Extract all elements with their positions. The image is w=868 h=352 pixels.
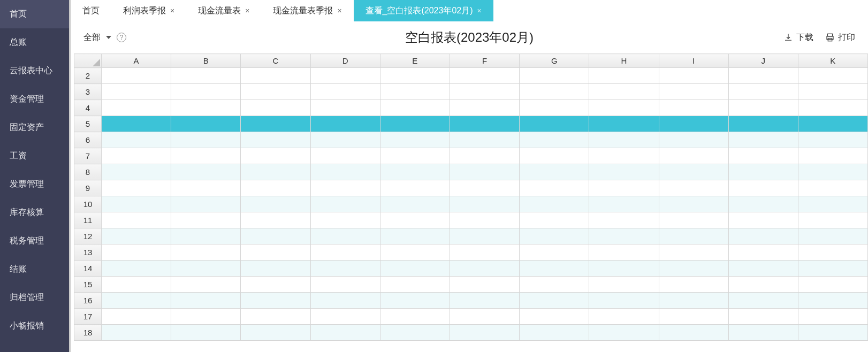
row-header-15[interactable]: 15 — [74, 277, 102, 293]
cell-B16[interactable] — [171, 293, 241, 309]
cell-I18[interactable] — [659, 325, 728, 341]
row-header-17[interactable]: 17 — [74, 309, 102, 325]
cell-F10[interactable] — [450, 196, 519, 212]
filter-dropdown[interactable]: 全部 ? — [83, 32, 126, 43]
cell-H6[interactable] — [589, 132, 659, 148]
cell-B5[interactable] — [171, 116, 241, 132]
cell-J17[interactable] — [728, 309, 798, 325]
cell-A14[interactable] — [101, 261, 171, 277]
row-header-12[interactable]: 12 — [74, 228, 102, 244]
cell-A13[interactable] — [101, 244, 171, 261]
cell-H5[interactable] — [589, 116, 659, 132]
cell-D16[interactable] — [310, 293, 380, 309]
cell-H12[interactable] — [589, 228, 659, 244]
cell-B14[interactable] — [171, 261, 241, 277]
cell-C16[interactable] — [241, 293, 310, 309]
cell-D6[interactable] — [310, 132, 380, 148]
cell-A15[interactable] — [101, 277, 171, 293]
cell-H4[interactable] — [589, 100, 659, 116]
cell-K2[interactable] — [798, 68, 867, 84]
cell-K11[interactable] — [798, 212, 867, 228]
cell-F9[interactable] — [450, 180, 519, 196]
cell-E18[interactable] — [380, 325, 450, 341]
cell-C7[interactable] — [241, 148, 310, 164]
cell-E2[interactable] — [380, 68, 450, 84]
sidebar-item-2[interactable]: 云报表中心 — [0, 57, 69, 85]
cell-K8[interactable] — [798, 164, 867, 180]
cell-K18[interactable] — [798, 325, 867, 341]
sidebar-item-5[interactable]: 工资 — [0, 142, 69, 170]
cell-B4[interactable] — [171, 100, 241, 116]
cell-B2[interactable] — [171, 68, 241, 84]
cell-D14[interactable] — [310, 261, 380, 277]
cell-E3[interactable] — [380, 84, 450, 100]
cell-F17[interactable] — [450, 309, 519, 325]
cell-K3[interactable] — [798, 84, 867, 100]
row-header-9[interactable]: 9 — [74, 180, 102, 196]
cell-J13[interactable] — [728, 244, 798, 261]
cell-E8[interactable] — [380, 164, 450, 180]
cell-F11[interactable] — [450, 212, 519, 228]
cell-B6[interactable] — [171, 132, 241, 148]
cell-F8[interactable] — [450, 164, 519, 180]
row-header-3[interactable]: 3 — [74, 84, 102, 100]
cell-J3[interactable] — [728, 84, 798, 100]
cell-A4[interactable] — [101, 100, 171, 116]
cell-D12[interactable] — [310, 228, 380, 244]
cell-G11[interactable] — [520, 212, 589, 228]
cell-G3[interactable] — [520, 84, 589, 100]
cell-H8[interactable] — [589, 164, 659, 180]
cell-I3[interactable] — [659, 84, 728, 100]
column-header-K[interactable]: K — [798, 54, 867, 68]
cell-J16[interactable] — [728, 293, 798, 309]
cell-K7[interactable] — [798, 148, 867, 164]
select-all-corner[interactable] — [74, 54, 102, 68]
cell-B11[interactable] — [171, 212, 241, 228]
cell-B10[interactable] — [171, 196, 241, 212]
row-header-8[interactable]: 8 — [74, 164, 102, 180]
cell-A3[interactable] — [101, 84, 171, 100]
cell-D13[interactable] — [310, 244, 380, 261]
cell-D11[interactable] — [310, 212, 380, 228]
cell-I9[interactable] — [659, 180, 728, 196]
cell-H13[interactable] — [589, 244, 659, 261]
row-header-2[interactable]: 2 — [74, 68, 102, 84]
tab-2[interactable]: 现金流量表× — [186, 0, 261, 21]
cell-E14[interactable] — [380, 261, 450, 277]
cell-K4[interactable] — [798, 100, 867, 116]
row-header-16[interactable]: 16 — [74, 293, 102, 309]
cell-J6[interactable] — [728, 132, 798, 148]
cell-F13[interactable] — [450, 244, 519, 261]
cell-J18[interactable] — [728, 325, 798, 341]
cell-F12[interactable] — [450, 228, 519, 244]
cell-B17[interactable] — [171, 309, 241, 325]
cell-E11[interactable] — [380, 212, 450, 228]
column-header-G[interactable]: G — [520, 54, 589, 68]
cell-C3[interactable] — [241, 84, 310, 100]
cell-K14[interactable] — [798, 261, 867, 277]
cell-E15[interactable] — [380, 277, 450, 293]
column-header-C[interactable]: C — [241, 54, 310, 68]
cell-D17[interactable] — [310, 309, 380, 325]
cell-D15[interactable] — [310, 277, 380, 293]
close-icon[interactable]: × — [170, 6, 174, 15]
cell-H3[interactable] — [589, 84, 659, 100]
column-header-H[interactable]: H — [589, 54, 659, 68]
cell-J4[interactable] — [728, 100, 798, 116]
cell-C17[interactable] — [241, 309, 310, 325]
cell-F4[interactable] — [450, 100, 519, 116]
cell-B12[interactable] — [171, 228, 241, 244]
cell-G16[interactable] — [520, 293, 589, 309]
cell-C9[interactable] — [241, 180, 310, 196]
cell-J11[interactable] — [728, 212, 798, 228]
cell-K10[interactable] — [798, 196, 867, 212]
row-header-6[interactable]: 6 — [74, 132, 102, 148]
close-icon[interactable]: × — [245, 6, 249, 15]
cell-K12[interactable] — [798, 228, 867, 244]
row-header-14[interactable]: 14 — [74, 261, 102, 277]
cell-F18[interactable] — [450, 325, 519, 341]
cell-K5[interactable] — [798, 116, 867, 132]
row-header-11[interactable]: 11 — [74, 212, 102, 228]
cell-A18[interactable] — [101, 325, 171, 341]
cell-G13[interactable] — [520, 244, 589, 261]
